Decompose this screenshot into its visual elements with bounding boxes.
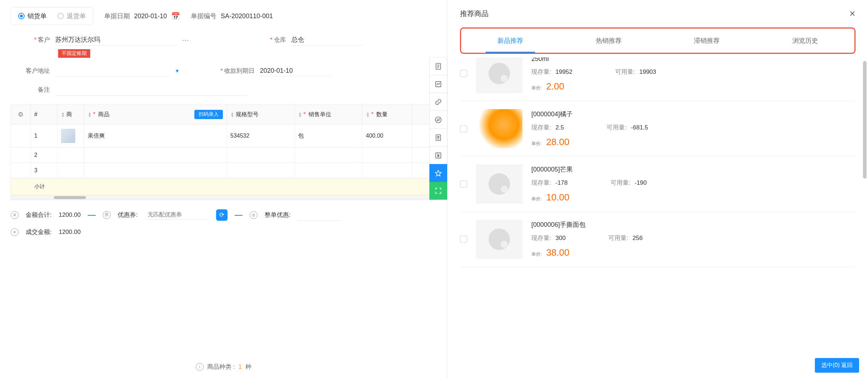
stock-value: -178 (556, 179, 568, 187)
customer-picker-icon[interactable]: ⋯ (182, 36, 190, 44)
horizontal-scrollbar[interactable] (11, 195, 436, 200)
customer-label: 客户 (38, 36, 50, 43)
select-return-button[interactable]: 选中(0) 返回 (815, 358, 859, 373)
col-thumb: 商 (66, 111, 72, 118)
sort-icon[interactable]: ▲▼ (61, 112, 65, 117)
settle-icon: ✶ (11, 228, 19, 236)
remark-label: 备注 (11, 86, 50, 94)
panel-title: 推荐商品 (460, 9, 489, 19)
table-row[interactable]: 2 (11, 148, 436, 163)
close-icon[interactable]: ✕ (849, 9, 856, 19)
warehouse-value[interactable]: 总仓 (291, 34, 363, 46)
tab-browse-history[interactable]: 浏览历史 (756, 31, 854, 50)
product-checkbox[interactable] (460, 70, 467, 77)
price-value: 2.00 (546, 81, 565, 92)
product-item: [0000006]手撕面包 现存量:300 可用量:256 单价:38.00 (460, 212, 856, 267)
table-row[interactable]: 3 (11, 163, 436, 178)
adjust-label: 整单优惠: (265, 211, 291, 219)
row-index: 2 (31, 148, 57, 163)
tab-sales[interactable]: 销货单 (18, 12, 47, 20)
row-qty (362, 163, 412, 178)
adjust-input[interactable] (298, 209, 341, 221)
product-checkbox[interactable] (460, 125, 467, 132)
product-name: [0000005]芒果 (531, 165, 856, 174)
coupon-input[interactable] (145, 210, 209, 220)
date-value[interactable]: 2020-01-10 (134, 12, 167, 20)
avail-label: 可用量: (608, 234, 628, 242)
col-num: # (34, 111, 37, 118)
col-unit: 销售单位 (308, 111, 331, 118)
types-unit: 种 (245, 363, 251, 371)
warehouse-label: 仓库 (274, 36, 286, 43)
tab-hot-products[interactable]: 热销推荐 (560, 31, 658, 50)
address-input[interactable] (55, 65, 169, 77)
avail-label: 可用量: (611, 179, 630, 187)
stock-label: 现存量: (531, 234, 551, 242)
sort-icon[interactable]: ▲▼ (366, 112, 370, 117)
price-label: 单价: (531, 196, 542, 202)
tab-returns-label: 退货单 (67, 12, 86, 20)
avail-value: -190 (635, 179, 647, 187)
tool-swap-icon[interactable] (429, 111, 447, 128)
tab-slow-products[interactable]: 滞销推荐 (658, 31, 756, 50)
tool-receipt-icon[interactable] (429, 128, 447, 146)
address-dropdown-icon[interactable]: ▼ (175, 68, 180, 74)
tool-yen-icon[interactable] (429, 146, 447, 164)
calendar-icon[interactable]: 📅 (171, 12, 180, 20)
price-label: 单价: (531, 85, 542, 91)
vertical-scrollbar[interactable] (863, 61, 867, 179)
col-product: 商品 (98, 111, 109, 118)
tool-chart-icon[interactable] (429, 75, 447, 93)
settle-value: 1200.00 (59, 229, 81, 236)
avail-value: 256 (633, 235, 643, 242)
tool-link-icon[interactable] (429, 93, 447, 111)
price-value: 38.00 (546, 247, 570, 258)
tab-new-products[interactable]: 新品推荐 (461, 31, 560, 50)
product-checkbox[interactable] (460, 180, 467, 188)
product-image (476, 57, 522, 93)
row-spec (227, 148, 295, 163)
tool-star-icon[interactable] (429, 164, 447, 182)
avail-label: 可用量: (607, 123, 627, 132)
product-name: [0000006]手撕面包 (531, 220, 856, 229)
avail-value: 19903 (639, 68, 656, 76)
remark-input[interactable] (55, 84, 248, 96)
sort-icon[interactable]: ▲▼ (298, 112, 302, 117)
dash-icon: — (88, 210, 96, 220)
avail-label: 可用量: (615, 68, 635, 76)
row-unit: 包 (295, 124, 362, 147)
customer-value[interactable]: 苏州万达沃尔玛 (55, 34, 177, 46)
dash-icon: — (235, 210, 242, 220)
row-product (84, 163, 227, 178)
num-label: 单据编号 (191, 12, 216, 20)
due-value[interactable]: 2020-01-10 (260, 66, 331, 76)
product-name: 250ml (531, 57, 856, 63)
coupon-label: 优惠券: (118, 211, 138, 219)
coupon-refresh-button[interactable]: ⟳ (216, 209, 228, 221)
side-toolbar (429, 57, 447, 200)
sort-icon[interactable]: ▲▼ (230, 112, 234, 117)
badge-no-fixed-period: 不固定账期 (58, 49, 90, 58)
table-row[interactable]: 1 果倍爽 534532 包 400.00 (11, 124, 436, 148)
product-checkbox[interactable] (460, 236, 467, 243)
price-label: 单价: (531, 141, 542, 147)
yen-icon: ¥ (11, 211, 19, 219)
gear-icon[interactable]: ⚙ (18, 111, 24, 118)
col-qty: 数量 (376, 111, 388, 118)
settle-label: 成交金额: (26, 228, 52, 236)
product-thumb (61, 129, 75, 143)
stock-value: 2.5 (556, 124, 564, 131)
types-value: 1 (238, 363, 241, 371)
row-index: 1 (31, 124, 57, 147)
tool-expand-icon[interactable] (429, 182, 447, 200)
tab-returns[interactable]: 退货单 (57, 12, 86, 20)
row-product (84, 148, 227, 163)
line-items-grid: ⚙ # ▲▼商 ▲▼*商品扫码录入 ▲▼规格型号 ▲▼*销售单位 ▲▼*数量 1… (11, 104, 436, 200)
price-value: 10.00 (546, 192, 570, 203)
tool-doc-icon[interactable] (429, 57, 447, 75)
stock-value: 300 (556, 235, 566, 242)
scan-input-button[interactable]: 扫码录入 (194, 110, 223, 119)
product-item: [0000005]芒果 现存量:-178 可用量:-190 单价:10.00 (460, 157, 856, 212)
sort-icon[interactable]: ▲▼ (88, 112, 92, 117)
product-image (476, 109, 522, 148)
